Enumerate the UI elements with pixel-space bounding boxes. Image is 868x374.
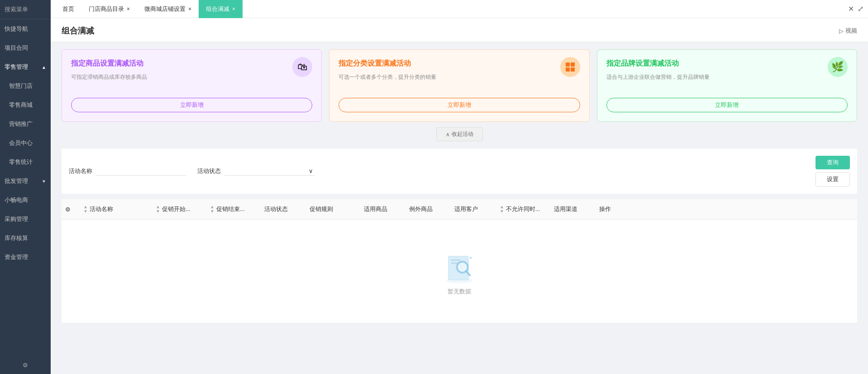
- sidebar-item-label: 采购管理: [5, 215, 28, 223]
- th-applicable-channel: 适用渠道: [550, 200, 596, 219]
- sidebar-settings[interactable]: ⚙: [0, 356, 51, 374]
- product-promo-card: 🛍 指定商品设置满减活动 可指定滞销商品或库存较多商品 立即新增: [62, 49, 322, 122]
- sidebar-item-marketing[interactable]: 营销推广: [0, 115, 51, 134]
- collapse-bar: ∧ 收起活动: [62, 127, 857, 141]
- activity-status-label: 活动状态: [197, 167, 221, 175]
- tab-wechat-store-close[interactable]: ×: [188, 6, 191, 12]
- tab-combo-discount-label: 组合满减: [206, 5, 229, 13]
- sidebar-item-xiochang-ecom[interactable]: 小畅电商: [0, 191, 51, 210]
- svg-rect-11: [451, 259, 461, 261]
- tab-combo-discount[interactable]: 组合满减 ×: [199, 0, 243, 18]
- page-title: 组合满减: [62, 25, 94, 36]
- activity-status-select[interactable]: ∨: [224, 167, 315, 176]
- sidebar-item-label: 会员中心: [9, 139, 33, 147]
- th-operation: 操作: [596, 200, 641, 219]
- page-content: 🛍 指定商品设置满减活动 可指定滞销商品或库存较多商品 立即新增 指定分类设置满…: [51, 42, 868, 374]
- tab-store-catalog-close[interactable]: ×: [127, 6, 130, 12]
- table-header: ⚙ ▲▼ 活动名称 ▲▼ 促销开始... ▲▼ 促销结束... 活动状态: [62, 199, 857, 220]
- maximize-window-button[interactable]: ⤢: [858, 5, 863, 13]
- filter-row: 活动名称 活动状态 ∨ 查询 设置: [62, 149, 857, 194]
- th-applicable-channel-label: 适用渠道: [554, 205, 577, 213]
- sidebar-item-label: 营销推广: [9, 120, 33, 128]
- brand-promo-card: 🌿 指定品牌设置满减活动 适合与上游企业联合做营销，提升品牌销量 立即新增: [597, 49, 857, 122]
- data-table: ⚙ ▲▼ 活动名称 ▲▼ 促销开始... ▲▼ 促销结束... 活动状态: [62, 199, 857, 323]
- sidebar-item-inventory[interactable]: 库存核算: [0, 229, 51, 248]
- sidebar-item-member-center[interactable]: 会员中心: [0, 134, 51, 153]
- activity-status-filter: 活动状态 ∨: [197, 167, 315, 176]
- sidebar-item-label: 智慧门店: [9, 82, 33, 90]
- category-card-title: 指定分类设置满减活动: [339, 59, 580, 68]
- th-operation-label: 操作: [599, 205, 611, 213]
- sidebar-item-label: 快捷导航: [5, 25, 28, 33]
- collapse-activities-button[interactable]: ∧ 收起活动: [436, 127, 483, 141]
- th-activity-status-label: 活动状态: [264, 205, 288, 213]
- tab-store-catalog[interactable]: 门店商品目录 ×: [81, 0, 137, 18]
- svg-text:✦: ✦: [469, 255, 472, 260]
- sidebar-item-label: 批发管理: [5, 177, 28, 185]
- category-card-icon: [560, 57, 580, 77]
- tab-actions: ✕ ⤢: [848, 5, 863, 13]
- th-promo-end-label: 促销结束...: [216, 205, 245, 213]
- activity-name-input[interactable]: [96, 167, 186, 176]
- th-excluded-products: 例外商品: [405, 200, 451, 219]
- empty-illustration: ✦: [437, 247, 482, 288]
- sidebar: 搜索菜单 快捷导航 项目合同 零售管理 ▲ 智慧门店 零售商城 营销推广 会员中…: [0, 0, 51, 374]
- th-promo-start: ▲▼ 促销开始...: [152, 199, 206, 219]
- th-applicable-products: 适用商品: [360, 200, 405, 219]
- gear-icon: ⚙: [23, 362, 28, 369]
- svg-rect-12: [451, 263, 459, 264]
- sort-icon[interactable]: ▲▼: [156, 205, 160, 214]
- video-button[interactable]: ▷ 视频: [839, 27, 857, 35]
- product-card-add-button[interactable]: 立即新增: [71, 98, 312, 112]
- th-activity-status: 活动状态: [261, 200, 306, 219]
- th-activity-name-label: 活动名称: [90, 205, 113, 213]
- category-card-desc: 可选一个或者多个分类，提升分类的销量: [339, 73, 580, 91]
- svg-rect-1: [571, 62, 575, 67]
- collapse-label: 收起活动: [452, 130, 473, 138]
- category-promo-card: 指定分类设置满减活动 可选一个或者多个分类，提升分类的销量 立即新增: [329, 49, 589, 122]
- tab-store-catalog-label: 门店商品目录: [89, 5, 124, 13]
- sidebar-item-finance-mgmt[interactable]: 资金管理: [0, 248, 51, 267]
- settings-button[interactable]: 设置: [816, 172, 850, 187]
- sidebar-item-quick-nav[interactable]: 快捷导航: [0, 19, 51, 38]
- chevron-down-icon: ▼: [42, 179, 46, 184]
- sidebar-item-label: 零售商城: [9, 101, 33, 109]
- sidebar-item-purchase-mgmt[interactable]: 采购管理: [0, 210, 51, 229]
- svg-rect-3: [571, 67, 575, 72]
- category-card-add-button[interactable]: 立即新增: [339, 98, 580, 112]
- empty-state: ✦ 暂无数据: [62, 220, 857, 323]
- empty-text: 暂无数据: [448, 288, 471, 296]
- th-activity-name: ▲▼ 活动名称: [80, 199, 152, 219]
- sidebar-item-retail-mgmt[interactable]: 零售管理 ▲: [0, 58, 51, 77]
- sidebar-item-label: 项目合同: [5, 44, 28, 52]
- activity-name-filter: 活动名称: [69, 167, 186, 176]
- filter-actions: 查询 设置: [816, 156, 850, 187]
- th-promo-rule-label: 促销规则: [310, 205, 333, 213]
- brand-card-add-button[interactable]: 立即新增: [606, 98, 848, 112]
- sort-icon[interactable]: ▲▼: [500, 205, 504, 214]
- play-icon: ▷: [839, 28, 844, 34]
- th-promo-start-label: 促销开始...: [162, 205, 191, 213]
- sidebar-item-project-contract[interactable]: 项目合同: [0, 38, 51, 58]
- sidebar-search[interactable]: 搜索菜单: [0, 0, 51, 19]
- th-settings[interactable]: ⚙: [62, 201, 80, 218]
- query-button[interactable]: 查询: [816, 156, 850, 169]
- th-promo-rule: 促销规则: [306, 200, 360, 219]
- tab-combo-discount-close[interactable]: ×: [232, 6, 235, 12]
- brand-card-icon: 🌿: [828, 57, 848, 77]
- sidebar-item-retail-stats[interactable]: 零售统计: [0, 153, 51, 172]
- tab-home[interactable]: 首页: [55, 0, 81, 18]
- sort-icon[interactable]: ▲▼: [83, 205, 88, 214]
- tab-wechat-store[interactable]: 微商城店铺设置 ×: [137, 0, 199, 18]
- sidebar-item-wholesale-mgmt[interactable]: 批发管理 ▼: [0, 172, 51, 191]
- sidebar-item-smart-store[interactable]: 智慧门店: [0, 77, 51, 96]
- tab-bar: 首页 门店商品目录 × 微商城店铺设置 × 组合满减 × ✕ ⤢: [51, 0, 868, 18]
- tab-wechat-store-label: 微商城店铺设置: [144, 5, 186, 13]
- brand-card-title: 指定品牌设置满减活动: [606, 59, 848, 68]
- th-promo-end: ▲▼ 促销结束...: [206, 199, 261, 219]
- sort-icon[interactable]: ▲▼: [210, 205, 215, 214]
- close-window-button[interactable]: ✕: [848, 5, 854, 13]
- sidebar-item-label: 资金管理: [5, 253, 28, 261]
- sidebar-item-retail-mall[interactable]: 零售商城: [0, 96, 51, 115]
- video-label: 视频: [845, 27, 857, 35]
